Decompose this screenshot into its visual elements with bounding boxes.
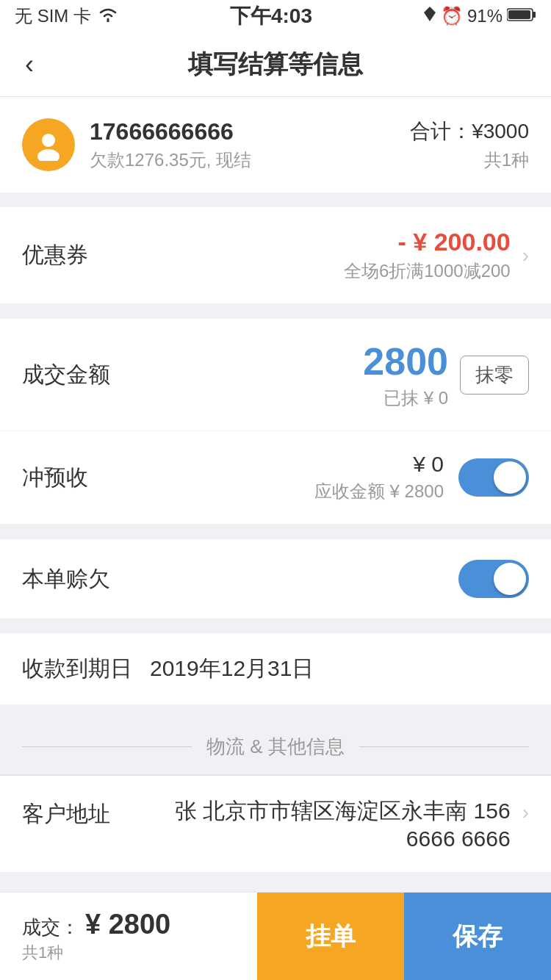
location-icon [423, 6, 436, 26]
chong-yushou-right: ¥ 0 应收金额 ¥ 2800 [314, 452, 529, 503]
due-date-value: 2019年12月31日 [150, 654, 314, 684]
customer-address-row[interactable]: 客户地址 张 北京市市辖区海淀区永丰南 156 6666 6666 › [0, 776, 551, 872]
round-zero-button[interactable]: 抹零 [460, 356, 529, 394]
deal-amount-sub: 已抹 ¥ 0 [363, 386, 448, 410]
status-left: 无 SIM 卡 [15, 4, 119, 28]
chong-yushou-row: 冲预收 ¥ 0 应收金额 ¥ 2800 [0, 431, 551, 525]
alarm-icon: ⏰ [441, 6, 463, 26]
coupon-sub: 全场6折满1000减200 [344, 259, 511, 283]
deal-amount-col: 2800 已抹 ¥ 0 [363, 339, 448, 410]
chong-amount: ¥ 0 [314, 452, 444, 477]
divider-4 [0, 619, 551, 633]
benden-qianqian-toggle[interactable] [458, 560, 529, 598]
page-title: 填写结算等信息 [188, 48, 363, 82]
chong-yushou-text: ¥ 0 应收金额 ¥ 2800 [314, 452, 444, 503]
save-button[interactable]: 保存 [404, 893, 551, 980]
total-label: 合计： [410, 120, 472, 143]
deal-amount-row: 成交金额 2800 已抹 ¥ 0 抹零 [0, 319, 551, 431]
coupon-label: 优惠券 [22, 240, 88, 270]
status-right: ⏰ 91% [423, 6, 536, 26]
due-date-label: 收款到期日 [22, 654, 132, 684]
total-count: 共1种 [410, 148, 529, 172]
customer-address-value: 张 北京市市辖区海淀区永丰南 156 6666 6666 [129, 796, 511, 851]
divider-3 [0, 525, 551, 539]
wifi-icon [97, 6, 119, 26]
divider-1 [0, 192, 551, 207]
customer-right: 合计：¥3000 共1种 [410, 118, 529, 172]
bottom-bar: 成交： ¥ 2800 共1种 挂单 保存 [0, 892, 551, 980]
due-date-row: 收款到期日 2019年12月31日 [22, 654, 529, 684]
battery-icon [507, 6, 536, 26]
customer-info: 17666666666 欠款1276.35元, 现结 [90, 118, 251, 172]
total-amount: 合计：¥3000 [410, 118, 529, 145]
deal-amount-value: 2800 [363, 339, 448, 383]
customer-address-right: 张 北京市市辖区海淀区永丰南 156 6666 6666 › [110, 796, 529, 851]
content-area: 17666666666 欠款1276.35元, 现结 合计：¥3000 共1种 … [0, 97, 551, 980]
bottom-deal-amount: ¥ 2800 [85, 909, 170, 940]
toggle-knob [494, 461, 526, 494]
customer-left: 17666666666 欠款1276.35元, 现结 [22, 118, 251, 172]
chong-yushou-toggle[interactable] [458, 458, 529, 497]
coupon-value: - ¥ 200.00 [344, 228, 511, 256]
back-button[interactable]: ‹ [18, 42, 41, 87]
nav-bar: ‹ 填写结算等信息 [0, 32, 551, 97]
coupon-row[interactable]: 优惠券 - ¥ 200.00 全场6折满1000减200 › [0, 207, 551, 304]
customer-card: 17666666666 欠款1276.35元, 现结 合计：¥3000 共1种 [0, 97, 551, 192]
chong-yushou-label: 冲预收 [22, 463, 88, 493]
toggle-knob-2 [494, 563, 526, 595]
address-chevron-icon: › [522, 796, 529, 824]
benden-qianqian-row: 本单赊欠 [0, 539, 551, 619]
bottom-deal-row: 成交： ¥ 2800 [22, 909, 235, 940]
bottom-deal-count: 共1种 [22, 942, 235, 964]
section-line-left [22, 746, 192, 747]
status-time: 下午4:03 [230, 2, 312, 30]
svg-rect-2 [508, 10, 530, 19]
benden-qianqian-label: 本单赊欠 [22, 564, 110, 594]
svg-point-4 [37, 149, 60, 161]
svg-rect-1 [533, 12, 536, 18]
coupon-chevron-icon: › [522, 244, 529, 267]
logistics-section-header: 物流 & 其他信息 [0, 719, 551, 774]
sim-signal: 无 SIM 卡 [15, 4, 91, 28]
customer-phone: 17666666666 [90, 118, 251, 145]
svg-point-3 [42, 134, 55, 147]
divider-5 [0, 705, 551, 719]
status-bar: 无 SIM 卡 下午4:03 ⏰ 91% [0, 0, 551, 32]
customer-address-label: 客户地址 [22, 796, 110, 829]
avatar [22, 118, 75, 171]
coupon-value-col: - ¥ 200.00 全场6折满1000减200 [344, 228, 511, 283]
bottom-deal-label: 成交： [22, 915, 79, 940]
total-value: ¥3000 [472, 120, 529, 143]
divider-2 [0, 304, 551, 319]
section-line-right [359, 746, 529, 747]
hold-order-button[interactable]: 挂单 [257, 893, 404, 980]
deal-amount-right: 2800 已抹 ¥ 0 抹零 [363, 339, 529, 410]
battery-text: 91% [467, 6, 503, 26]
section-header-text: 物流 & 其他信息 [206, 734, 345, 760]
coupon-right: - ¥ 200.00 全场6折满1000减200 › [344, 228, 529, 283]
deal-amount-label: 成交金额 [22, 360, 110, 390]
customer-debt: 欠款1276.35元, 现结 [90, 148, 251, 172]
customer-row: 17666666666 欠款1276.35元, 现结 合计：¥3000 共1种 [22, 118, 529, 172]
chong-sub: 应收金额 ¥ 2800 [314, 480, 444, 503]
bottom-summary: 成交： ¥ 2800 共1种 [0, 893, 257, 980]
due-date-card: 收款到期日 2019年12月31日 [0, 633, 551, 705]
